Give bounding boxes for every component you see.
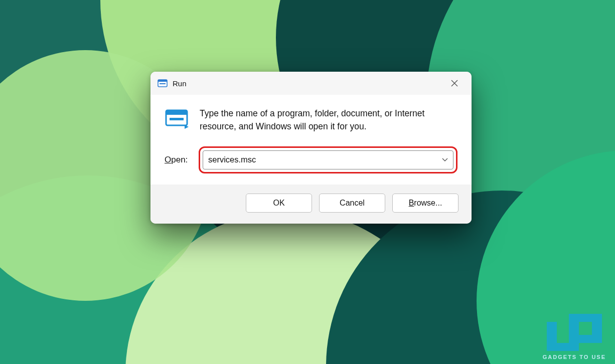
watermark: GADGETS TO USE [543, 314, 606, 360]
run-title-icon [158, 78, 168, 88]
run-dialog: Run Type the name of a program, folder, … [150, 72, 472, 224]
chevron-down-icon [442, 156, 448, 163]
open-label: Open: [165, 155, 190, 165]
run-body-icon [165, 108, 189, 129]
browse-button[interactable]: Browse... [392, 194, 458, 213]
input-highlight [199, 146, 457, 173]
cancel-button[interactable]: Cancel [319, 194, 385, 213]
svg-rect-2 [160, 83, 166, 84]
watermark-logo [547, 314, 602, 353]
dialog-title: Run [173, 79, 187, 88]
dialog-button-row: OK Cancel Browse... [150, 185, 472, 224]
dialog-description: Type the name of a program, folder, docu… [200, 107, 457, 133]
dialog-body: Type the name of a program, folder, docu… [150, 95, 472, 185]
watermark-caption: GADGETS TO USE [543, 354, 606, 360]
svg-rect-6 [166, 110, 187, 115]
close-button[interactable] [442, 74, 467, 92]
ok-button[interactable]: OK [246, 194, 312, 213]
open-input[interactable] [208, 155, 436, 164]
open-combobox[interactable] [203, 150, 453, 169]
titlebar[interactable]: Run [150, 72, 472, 95]
svg-rect-1 [158, 80, 167, 82]
svg-rect-7 [170, 118, 184, 120]
close-icon [451, 80, 458, 87]
